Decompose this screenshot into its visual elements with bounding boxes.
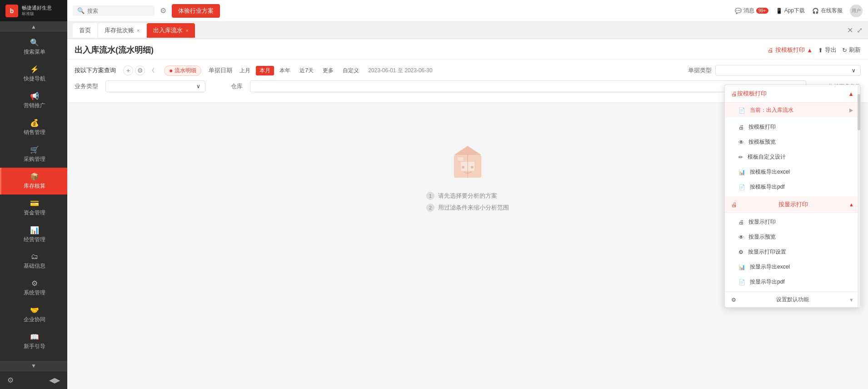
sidebar-collapse-icon[interactable]: ◀▶ xyxy=(49,376,60,384)
date-filter: 单据日期 上月 本月 本年 近7天 更多 自定义 2023-06-01 至 20… xyxy=(209,66,432,75)
sidebar-item-label: 库存核算 xyxy=(24,182,45,190)
excel-icon: 📊 xyxy=(738,169,745,175)
user-avatar[interactable]: 用户 xyxy=(850,5,863,17)
sidebar-item-finance[interactable]: 💳 资金管理 xyxy=(0,194,67,221)
display-excel-label: 按显示导出excel xyxy=(750,263,790,271)
flow-detail-tag[interactable]: ● 流水明细 xyxy=(164,65,201,76)
messages-badge: 99+ xyxy=(756,8,768,14)
template-custom-label: 模板自定义设计 xyxy=(748,153,786,161)
date-shortcut-custom[interactable]: 自定义 xyxy=(339,66,363,75)
sidebar-item-operations[interactable]: 📊 经营管理 xyxy=(0,221,67,248)
voucher-type-select[interactable]: ∨ xyxy=(715,65,861,76)
filter-gear-icon: ⚙ xyxy=(137,67,143,74)
export-button[interactable]: ⬆ 导出 xyxy=(818,46,837,54)
refresh-label: 刷新 xyxy=(849,46,861,54)
purchase-icon: 🛒 xyxy=(30,145,39,154)
tab-flow-close-icon[interactable]: × xyxy=(185,28,188,33)
tutorial-icon: 📖 xyxy=(30,333,39,341)
refresh-icon: ↻ xyxy=(842,47,847,54)
tab-home[interactable]: 首页 xyxy=(73,23,97,38)
date-shortcut-7days[interactable]: 近7天 xyxy=(296,66,317,75)
dropdown-template-export-excel[interactable]: 📊 按模板导出excel xyxy=(725,165,860,180)
sidebar-item-system[interactable]: ⚙ 系统管理 xyxy=(0,274,67,301)
tab-batch-close-icon[interactable]: × xyxy=(137,28,140,33)
search-input[interactable] xyxy=(87,8,142,14)
app-download-button[interactable]: 📱 App下载 xyxy=(776,7,805,15)
export-label: 导出 xyxy=(825,46,837,54)
window-maximize-icon[interactable]: ⤢ xyxy=(857,26,863,35)
dropdown-display-print[interactable]: 🖨 按显示打印 xyxy=(725,214,860,229)
sidebar-item-tutorial[interactable]: 📖 新手引导 xyxy=(0,328,67,355)
sidebar-item-marketing[interactable]: 📢 营销推广 xyxy=(0,87,67,114)
tab-inventory-flow[interactable]: 出入库流水 × xyxy=(147,23,195,38)
biz-chevron-icon: ∨ xyxy=(196,83,200,90)
dropdown-template-print[interactable]: 🖨 按模板打印 xyxy=(725,120,860,135)
display-section-header[interactable]: 🖨 按显示打印 ▲ xyxy=(725,197,860,213)
biz-type-select[interactable]: ∨ xyxy=(105,80,205,92)
date-shortcut-more[interactable]: 更多 xyxy=(319,66,337,75)
template-custom-icon: ✏ xyxy=(738,154,743,160)
window-close-icon[interactable]: ✕ xyxy=(847,26,853,35)
sidebar-item-basicinfo[interactable]: 🗂 基础信息 xyxy=(0,248,67,274)
customer-service-label: 在线客服 xyxy=(821,7,843,15)
sidebar-item-purchase[interactable]: 🛒 采购管理 xyxy=(0,141,67,168)
app-edition: 标准版 xyxy=(22,11,52,17)
dropdown-print-icon: 🖨 xyxy=(731,90,737,97)
dropdown-display-export-pdf[interactable]: 📄 按显示导出pdf xyxy=(725,274,860,289)
refresh-button[interactable]: ↻ 刷新 xyxy=(842,46,861,54)
date-shortcut-this-month[interactable]: 本月 xyxy=(256,66,274,75)
phone-icon: 📱 xyxy=(776,8,783,14)
dropdown-template-preview[interactable]: 👁 按模板预览 xyxy=(725,135,860,150)
dropdown-template-export-pdf[interactable]: 📄 按模板导出pdf xyxy=(725,180,860,194)
default-func-icon: ⚙ xyxy=(731,297,736,303)
filter-add-button[interactable]: + xyxy=(123,65,133,75)
customer-service-button[interactable]: 🎧 在线客服 xyxy=(812,7,843,15)
topbar-search-box[interactable]: 🔍 xyxy=(73,5,155,16)
sidebar-item-search[interactable]: 🔍 搜索菜单 xyxy=(0,34,67,60)
dropdown-display-preview[interactable]: 👁 按显示预览 xyxy=(725,229,860,244)
filter-collapse-button[interactable]: 《 xyxy=(147,65,157,75)
tab-batch-label: 库存批次账 xyxy=(105,26,134,35)
dropdown-display-settings[interactable]: ⚙ 按显示打印设置 xyxy=(725,244,860,259)
display-preview-icon: 👁 xyxy=(738,234,744,240)
sidebar-settings-icon[interactable]: ⚙ xyxy=(7,376,14,384)
filter-settings-button[interactable]: ⚙ xyxy=(135,65,145,75)
sidebar-item-label: 经营管理 xyxy=(24,236,45,244)
template-print-button[interactable]: 🖨 按模板打印 ▲ xyxy=(768,46,813,54)
topbar-gear-icon[interactable]: ⚙ xyxy=(160,6,166,15)
dropdown-template-custom[interactable]: ✏ 模板自定义设计 xyxy=(725,150,860,165)
inventory-icon: 📦 xyxy=(30,172,39,181)
template-pdf-label: 按模板导出pdf xyxy=(750,183,785,191)
quicknav-icon: ⚡ xyxy=(30,65,39,74)
sidebar-item-appcenter[interactable]: 🛍 应用中心 xyxy=(0,355,67,361)
voucher-type-filter: 单据类型 ∨ xyxy=(688,65,861,76)
message-icon: 💬 xyxy=(735,8,742,14)
display-preview-label: 按显示预览 xyxy=(748,233,776,241)
date-shortcut-last-month[interactable]: 上月 xyxy=(236,66,254,75)
date-shortcut-this-year[interactable]: 本年 xyxy=(276,66,294,75)
sidebar-item-sales[interactable]: 💰 销售管理 xyxy=(0,114,67,141)
dropdown-current-item[interactable]: 📄 当前：出入库流水 ▶ xyxy=(725,103,860,118)
sidebar-item-label: 快捷导航 xyxy=(24,75,45,83)
sidebar-item-enterprise[interactable]: 🤝 企业协同 xyxy=(0,301,67,328)
panel-scrollbar-thumb xyxy=(858,94,860,130)
sidebar-scroll-up[interactable]: ▲ xyxy=(0,22,67,32)
tab-batch-ledger[interactable]: 库存批次账 × xyxy=(98,23,146,38)
warehouse-select[interactable]: ··· xyxy=(250,80,806,92)
messages-button[interactable]: 💬 消息 99+ xyxy=(735,7,768,15)
sidebar-item-label: 系统管理 xyxy=(24,289,45,297)
sidebar-item-quicknav[interactable]: ⚡ 快捷导航 xyxy=(0,60,67,87)
sidebar-item-inventory[interactable]: 📦 库存核算 xyxy=(0,168,67,194)
page-title: 出入库流水(流水明细) xyxy=(75,45,154,55)
dropdown-header[interactable]: 🖨 按模板打印 ▲ xyxy=(725,85,860,103)
current-label: 当前：出入库流水 xyxy=(750,106,793,114)
industry-solution-button[interactable]: 体验行业方案 xyxy=(172,4,220,18)
sidebar-scroll-down[interactable]: ▼ xyxy=(0,361,67,371)
dropdown-display-export-excel[interactable]: 📊 按显示导出excel xyxy=(725,259,860,274)
sidebar-item-label: 基础信息 xyxy=(24,262,45,270)
step-1-number: 1 xyxy=(426,192,434,200)
printer-icon: 🖨 xyxy=(768,47,773,54)
dropdown-default-func[interactable]: ⚙ 设置默认功能 ▼ xyxy=(725,292,860,307)
warehouse-label: 仓库 xyxy=(231,82,243,90)
user-name: 用户 xyxy=(852,8,861,14)
